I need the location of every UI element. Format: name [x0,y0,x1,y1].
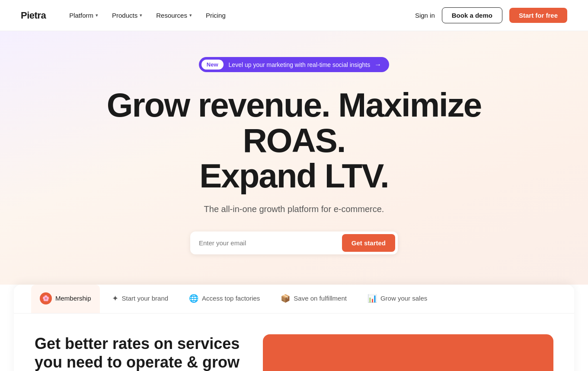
tab-top-factories[interactable]: 🌐 Access top factories [180,286,268,312]
nav-item-pricing[interactable]: Pricing [200,8,232,22]
chart-icon: 📊 [368,294,377,303]
tab-membership[interactable]: 🌸 Membership [31,285,100,313]
badge-text: Level up your marketing with real-time s… [229,61,371,68]
email-input[interactable] [199,239,342,247]
hero-title: Grow revenue. Maximize ROAS. Expand LTV. [99,88,489,194]
chevron-down-icon: ▾ [189,13,192,18]
start-for-free-button[interactable]: Start for free [509,8,567,23]
hero-badge[interactable]: New Level up your marketing with real-ti… [199,57,389,72]
membership-content-title: Get better rates on services you need to… [35,334,242,371]
nav-item-resources[interactable]: Resources ▾ [150,8,198,22]
tabs-section: 🌸 Membership ✦ Start your brand 🌐 Access… [14,285,574,371]
tab-start-brand[interactable]: ✦ Start your brand [103,286,177,312]
nav-links: Platform ▾ Products ▾ Resources ▾ Pricin… [63,8,415,22]
site-logo[interactable]: Pietra [21,10,46,21]
tab-fulfillment[interactable]: 📦 Save on fulfillment [272,286,355,312]
membership-card: Pietra Move faster, save money, and buil… [263,334,553,371]
content-left: Get better rates on services you need to… [35,334,242,371]
get-started-button[interactable]: Get started [342,234,395,252]
membership-icon: 🌸 [40,292,52,304]
sign-in-link[interactable]: Sign in [415,12,435,19]
tab-content-area: Get better rates on services you need to… [14,314,574,371]
chevron-down-icon: ▾ [140,13,142,18]
arrow-icon: → [374,61,381,69]
badge-new-label: New [201,60,224,70]
hero-section: New Level up your marketing with real-ti… [0,31,588,285]
email-form: Get started [190,231,398,254]
box-icon: 📦 [281,294,290,303]
navbar: Pietra Platform ▾ Products ▾ Resources ▾… [0,0,588,31]
sparkle-icon: ✦ [112,294,118,303]
globe-icon: 🌐 [189,294,198,303]
tab-grow-sales[interactable]: 📊 Grow your sales [359,286,436,312]
book-demo-button[interactable]: Book a demo [442,7,502,23]
chevron-down-icon: ▾ [96,13,98,18]
nav-right: Sign in Book a demo Start for free [415,7,567,23]
tabs-bar: 🌸 Membership ✦ Start your brand 🌐 Access… [14,285,574,314]
hero-subtitle: The all-in-one growth platform for e-com… [204,204,384,214]
nav-item-products[interactable]: Products ▾ [106,8,148,22]
nav-item-platform[interactable]: Platform ▾ [63,8,104,22]
